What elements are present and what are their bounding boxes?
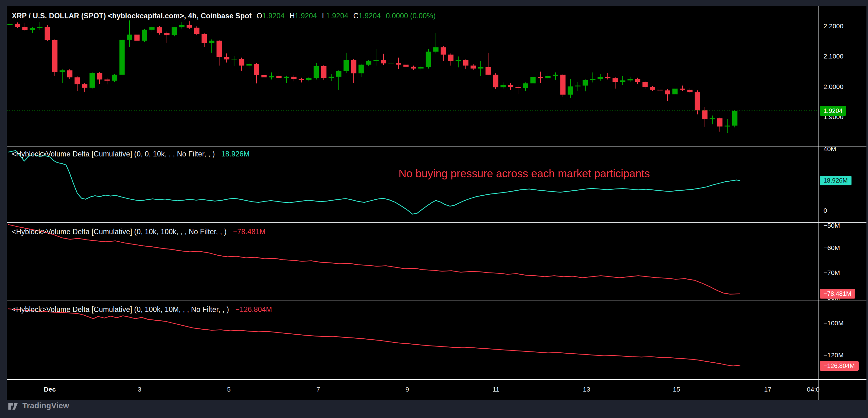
price-axis-border	[818, 6, 819, 399]
time-axis-label[interactable]: Dec	[44, 386, 56, 393]
candle	[90, 72, 95, 89]
candle	[142, 29, 147, 42]
tradingview-logo-icon	[8, 402, 19, 410]
candle	[553, 72, 558, 80]
candle	[605, 73, 611, 79]
price-axis-label[interactable]: 0	[824, 207, 827, 214]
candle	[620, 76, 625, 85]
time-axis-label[interactable]: 17	[764, 386, 771, 393]
candle	[366, 60, 371, 66]
chart-window: XRP / U.S. DOLLAR (SPOT) <hyblockcapital…	[0, 0, 868, 418]
right-margin	[866, 0, 868, 418]
candle	[269, 72, 274, 79]
candle	[224, 54, 229, 63]
candle	[702, 107, 708, 127]
candle	[157, 26, 162, 35]
candle	[673, 83, 678, 96]
candle	[650, 86, 655, 91]
candle	[172, 27, 177, 36]
tradingview-logo[interactable]: TradingView	[8, 401, 69, 410]
candle	[486, 53, 491, 75]
candle	[478, 61, 484, 76]
price-axis-label[interactable]: 2.0000	[824, 83, 843, 91]
time-axis-label[interactable]: 3	[137, 386, 141, 393]
candle	[501, 82, 506, 88]
candle	[418, 66, 424, 71]
indicator-header-cvd2[interactable]: <Hyblock>Volume Delta [Cumulative] (0, 1…	[12, 228, 266, 236]
candle	[329, 74, 334, 81]
candle	[680, 85, 685, 91]
candle	[359, 64, 364, 77]
candle	[725, 119, 730, 133]
candle	[374, 49, 379, 66]
candle	[493, 73, 498, 89]
candle	[381, 54, 386, 65]
candle	[635, 78, 641, 84]
candle	[568, 79, 573, 98]
candle	[261, 72, 267, 87]
candle	[306, 77, 312, 81]
text-annotation[interactable]: No buying pressure across each market pa…	[399, 167, 641, 180]
indicator-label[interactable]: <Hyblock>Volume Delta [Cumulative] (0, 1…	[12, 305, 229, 314]
price-axis-label[interactable]: −120M	[824, 351, 844, 359]
candle	[82, 83, 88, 92]
candle	[389, 58, 394, 68]
symbol-header[interactable]: XRP / U.S. DOLLAR (SPOT) <hyblockcapital…	[12, 12, 436, 20]
candle	[433, 33, 439, 53]
symbol-title[interactable]: XRP / U.S. DOLLAR (SPOT) <hyblockcapital…	[12, 12, 252, 20]
ohlc-open-value: 1.9204	[262, 12, 284, 20]
change-value: 0.0000 (0.00%)	[386, 12, 436, 20]
time-axis-label[interactable]: 04:0	[807, 386, 820, 393]
candle	[546, 73, 551, 79]
candle	[717, 117, 723, 132]
candle	[52, 39, 58, 76]
indicator-header-cvd3[interactable]: <Hyblock>Volume Delta [Cumulative] (0, 1…	[12, 305, 272, 314]
ohlc-high-value: 1.9204	[295, 12, 317, 20]
candle	[314, 63, 319, 80]
candle	[665, 89, 670, 101]
price-axis-label[interactable]: −60M	[824, 244, 840, 252]
indicator-label[interactable]: <Hyblock>Volume Delta [Cumulative] (0, 1…	[12, 228, 227, 236]
indicator-value: 18.926M	[221, 150, 250, 158]
indicator-value: −78.481M	[233, 228, 266, 236]
candle	[732, 110, 738, 128]
candle	[37, 22, 43, 30]
indicator-label[interactable]: <Hyblock>Volume Delta [Cumulative] (0, 0…	[12, 150, 215, 158]
candle	[448, 54, 454, 66]
cvd1-line	[8, 150, 740, 214]
candle	[336, 70, 342, 90]
candle	[30, 27, 35, 33]
time-axis-label[interactable]: 7	[316, 386, 320, 393]
candle	[657, 87, 663, 93]
candle	[396, 58, 401, 69]
time-axis-label[interactable]: 5	[227, 386, 231, 393]
candle	[463, 60, 469, 69]
candle	[45, 25, 50, 41]
candle	[613, 77, 618, 89]
pane-separator[interactable]	[7, 300, 866, 301]
candle	[15, 23, 20, 28]
pane-separator[interactable]	[7, 222, 866, 223]
candle	[321, 65, 327, 80]
candle	[194, 27, 199, 35]
candle	[60, 69, 65, 83]
chart-plot-surface[interactable]	[7, 6, 819, 399]
price-axis-label[interactable]: −100M	[824, 319, 844, 327]
price-axis-label[interactable]: −70M	[824, 269, 840, 277]
candle	[276, 72, 282, 79]
price-axis-label[interactable]: 2.1000	[824, 53, 843, 60]
time-axis-label[interactable]: 11	[493, 386, 499, 393]
ohlc-high-label: H	[289, 12, 295, 20]
candle	[508, 83, 514, 90]
time-axis-label[interactable]: 9	[405, 386, 409, 393]
candle	[344, 53, 349, 73]
pane-separator[interactable]	[7, 146, 866, 146]
candle	[560, 74, 566, 97]
candle	[120, 39, 125, 76]
candle	[426, 49, 431, 68]
candle	[127, 20, 132, 47]
time-axis-label[interactable]: 13	[583, 386, 590, 393]
indicator-header-cvd1[interactable]: <Hyblock>Volume Delta [Cumulative] (0, 0…	[12, 150, 250, 158]
time-axis-label[interactable]: 15	[673, 386, 680, 393]
price-axis-label[interactable]: 2.2000	[824, 23, 843, 30]
